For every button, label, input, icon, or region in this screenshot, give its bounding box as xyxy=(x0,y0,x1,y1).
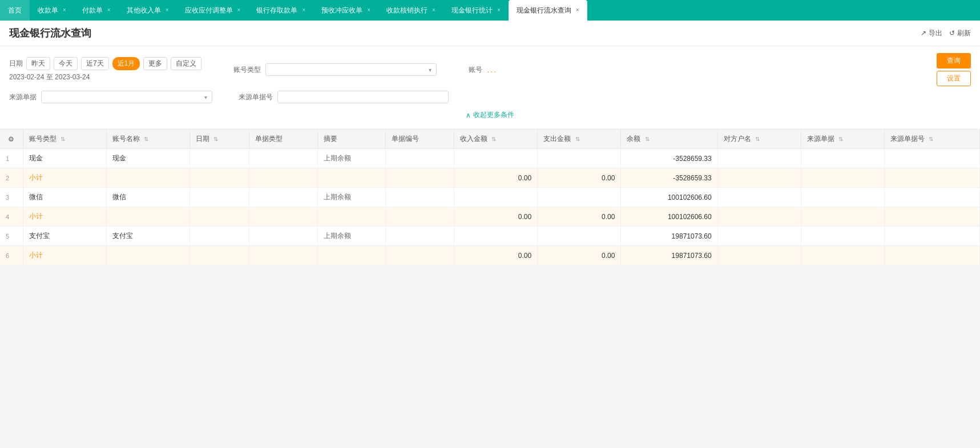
account-label: 账号 xyxy=(469,65,482,75)
row-doc-no xyxy=(386,188,454,207)
row-expense xyxy=(538,188,621,207)
close-icon[interactable]: × xyxy=(302,0,305,21)
col-source-doc[interactable]: 来源单据 ⇅ xyxy=(801,130,884,149)
close-icon[interactable]: × xyxy=(107,0,111,21)
export-icon: ↗ xyxy=(921,29,926,37)
row-num: 1 xyxy=(0,149,23,168)
row-counterparty xyxy=(717,149,801,168)
nav-bank-deposit[interactable]: 银行存取款单 × xyxy=(248,0,313,21)
row-date xyxy=(189,207,249,227)
row-doc-no xyxy=(386,227,454,246)
row-summary: 上期余额 xyxy=(317,227,386,246)
date-btn-yesterday[interactable]: 昨天 xyxy=(26,57,50,70)
filter-row-1: 日期 昨天 今天 近7天 近1月 更多 自定义 2023-02-24 至 202… xyxy=(9,53,971,86)
row-expense: 0.00 xyxy=(538,246,621,265)
close-icon[interactable]: × xyxy=(63,0,66,21)
close-icon[interactable]: × xyxy=(367,0,370,21)
date-btn-today[interactable]: 今天 xyxy=(54,57,78,70)
row-source-doc xyxy=(801,149,884,168)
row-date xyxy=(189,168,249,188)
nav-advance[interactable]: 预收冲应收单 × xyxy=(313,0,378,21)
col-counterparty[interactable]: 对方户名 ⇅ xyxy=(717,130,801,149)
row-balance: 100102606.60 xyxy=(621,207,717,227)
date-btn-7days[interactable]: 近7天 xyxy=(81,57,109,70)
nav-cash-bank-stats[interactable]: 现金银行统计 × xyxy=(443,0,509,21)
col-date[interactable]: 日期 ⇅ xyxy=(189,130,249,149)
date-filter-top: 日期 昨天 今天 近7天 近1月 更多 自定义 xyxy=(9,57,201,70)
source-doc-no-label: 来源单据号 xyxy=(239,92,273,102)
col-account-name[interactable]: 账号名称 ⇅ xyxy=(106,130,189,149)
row-source-doc-no xyxy=(884,207,979,227)
top-navigation: 首页 收款单 × 付款单 × 其他收入单 × 应收应付调整单 × 银行存取款单 … xyxy=(0,0,980,21)
col-summary[interactable]: 摘要 xyxy=(317,130,386,149)
row-account-name: 现金 xyxy=(106,149,189,168)
nav-adjustment[interactable]: 应收应付调整单 × xyxy=(177,0,249,21)
gear-column-header[interactable]: ⚙ xyxy=(0,130,23,149)
row-summary xyxy=(317,168,386,188)
row-date xyxy=(189,246,249,265)
table-body: 1 现金 现金 上期余额 -3528659.33 2 小计 0.00 0.00 … xyxy=(0,149,980,265)
row-account-name: 支付宝 xyxy=(106,227,189,246)
refresh-button[interactable]: ↺ 刷新 xyxy=(949,29,971,38)
close-icon[interactable]: × xyxy=(166,0,169,21)
col-doc-type[interactable]: 单据类型 xyxy=(249,130,318,149)
nav-receipt[interactable]: 收款单 × xyxy=(30,0,74,21)
close-icon[interactable]: × xyxy=(237,0,241,21)
nav-cash-bank-flow[interactable]: 现金银行流水查询 × xyxy=(509,0,587,21)
sort-icon: ⇅ xyxy=(213,136,218,142)
sort-icon: ⇅ xyxy=(575,136,580,142)
date-btn-custom[interactable]: 自定义 xyxy=(171,57,201,70)
source-doc-select[interactable]: ▾ xyxy=(41,91,212,103)
row-account-name xyxy=(106,207,189,227)
source-doc-label: 来源单据 xyxy=(9,92,37,102)
row-balance: 19871073.60 xyxy=(621,227,717,246)
row-doc-type xyxy=(249,149,318,168)
settings-button[interactable]: 设置 xyxy=(937,71,971,86)
row-summary: 上期余额 xyxy=(317,188,386,207)
row-counterparty xyxy=(717,227,801,246)
date-range-display: 2023-02-24 至 2023-03-24 xyxy=(9,72,201,82)
export-button[interactable]: ↗ 导出 xyxy=(921,29,942,38)
col-account-type[interactable]: 账号类型 ⇅ xyxy=(23,130,106,149)
row-income: 0.00 xyxy=(454,246,538,265)
col-income[interactable]: 收入金额 ⇅ xyxy=(454,130,538,149)
row-counterparty xyxy=(717,168,801,188)
row-date xyxy=(189,188,249,207)
row-doc-type xyxy=(249,227,318,246)
page-header: 现金银行流水查询 ↗ 导出 ↺ 刷新 xyxy=(0,21,980,46)
filter-area: 日期 昨天 今天 近7天 近1月 更多 自定义 2023-02-24 至 202… xyxy=(0,46,980,130)
close-icon[interactable]: × xyxy=(497,0,501,21)
col-balance[interactable]: 余额 ⇅ xyxy=(621,130,717,149)
row-doc-type xyxy=(249,188,318,207)
account-type-value xyxy=(271,66,272,74)
nav-home[interactable]: 首页 xyxy=(0,0,30,21)
row-doc-no xyxy=(386,149,454,168)
row-source-doc-no xyxy=(884,149,979,168)
collapse-bar[interactable]: ∧ 收起更多条件 xyxy=(9,108,971,122)
row-date xyxy=(189,149,249,168)
query-button[interactable]: 查询 xyxy=(937,53,971,68)
header-actions: ↗ 导出 ↺ 刷新 xyxy=(921,29,971,38)
date-btn-more[interactable]: 更多 xyxy=(143,57,167,70)
date-btn-1month[interactable]: 近1月 xyxy=(112,57,140,70)
filter-row-2: 来源单据 ▾ 来源单据号 xyxy=(9,91,971,103)
account-type-filter: 账号类型 ▾ xyxy=(233,63,437,76)
close-icon[interactable]: × xyxy=(576,0,579,21)
date-label: 日期 xyxy=(9,59,23,68)
row-date xyxy=(189,227,249,246)
col-source-doc-no[interactable]: 来源单据号 ⇅ xyxy=(884,130,979,149)
account-type-select[interactable]: ▾ xyxy=(265,63,437,76)
row-doc-type xyxy=(249,207,318,227)
dots-button[interactable]: ... xyxy=(487,65,497,74)
row-doc-no xyxy=(386,207,454,227)
nav-payment[interactable]: 付款单 × xyxy=(74,0,119,21)
source-doc-no-input[interactable] xyxy=(277,91,449,103)
close-icon[interactable]: × xyxy=(432,0,435,21)
col-expense[interactable]: 支出金额 ⇅ xyxy=(538,130,621,149)
table-row: 1 现金 现金 上期余额 -3528659.33 xyxy=(0,149,980,168)
row-counterparty xyxy=(717,188,801,207)
nav-other-income[interactable]: 其他收入单 × xyxy=(119,0,177,21)
table-header-row: ⚙ 账号类型 ⇅ 账号名称 ⇅ 日期 ⇅ 单据类型 摘要 xyxy=(0,130,980,149)
nav-collection[interactable]: 收款核销执行 × xyxy=(378,0,443,21)
col-doc-no[interactable]: 单据编号 xyxy=(386,130,454,149)
